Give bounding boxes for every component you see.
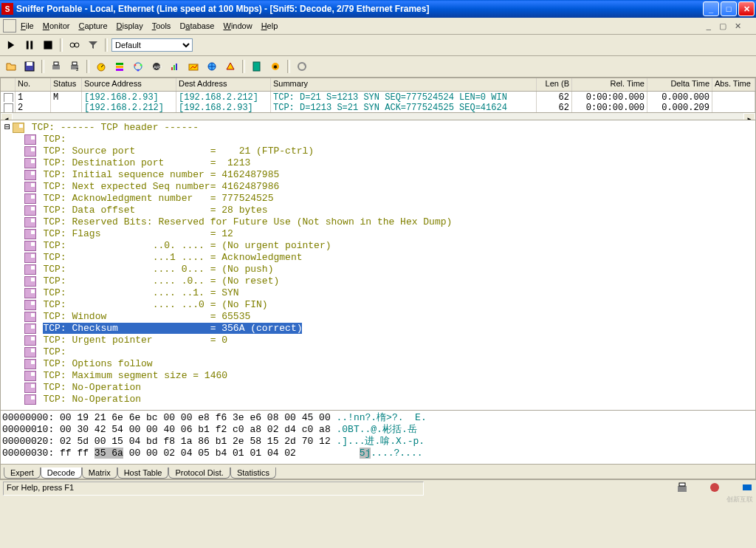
decode-line[interactable]: TCP: Maximum segment size = 1460	[1, 370, 755, 382]
art-button[interactable]: ART	[148, 58, 165, 75]
dashboard-button[interactable]	[93, 58, 109, 75]
scroll-right-arrow[interactable]: ►	[743, 113, 755, 120]
decode-line[interactable]: ⊟ TCP: ------ TCP header ------	[1, 122, 755, 134]
smart-button[interactable]: ✱	[267, 58, 284, 75]
tab-protocol-dist-[interactable]: Protocol Dist.	[168, 467, 230, 479]
menu-display[interactable]: Display	[117, 21, 143, 30]
filter-combo[interactable]: Default	[111, 38, 193, 52]
tab-host-table[interactable]: Host Table	[117, 467, 169, 479]
menu-database[interactable]: Database	[179, 21, 214, 30]
pause-button[interactable]	[21, 37, 38, 53]
menu-monitor[interactable]: Monitor	[43, 21, 70, 30]
decode-line[interactable]: TCP:	[1, 134, 755, 145]
decode-line[interactable]: TCP: ...1 .... = Acknowledgment	[1, 252, 755, 264]
svg-rect-1	[30, 41, 32, 49]
status-text: For Help, press F1	[3, 482, 424, 496]
history-button[interactable]	[185, 58, 202, 75]
binoculars-button[interactable]	[66, 37, 83, 53]
decode-line[interactable]: TCP: Urgent pointer = 0	[1, 335, 755, 346]
svg-rect-31	[678, 486, 687, 492]
decode-line[interactable]: TCP:	[1, 346, 755, 358]
maximize-button[interactable]: □	[721, 1, 737, 16]
status-bar: For Help, press F1 创新互联	[0, 479, 756, 513]
svg-rect-14	[116, 66, 123, 68]
window-title: Sniffer Portable - Local, Ethernet (Line…	[16, 4, 703, 14]
svg-rect-13	[116, 63, 123, 65]
refresh-button[interactable]	[294, 58, 310, 75]
decode-line[interactable]: TCP: .... 0... = (No push)	[1, 264, 755, 275]
menu-help[interactable]: Help	[261, 21, 278, 30]
decode-line[interactable]: TCP: .... .0.. = (No reset)	[1, 275, 755, 287]
watermark-logo: 创新互联	[694, 495, 753, 511]
hex-dump[interactable]: 00000000: 00 19 21 6e 6e bc 00 00 e8 f6 …	[0, 411, 756, 465]
svg-point-19	[137, 69, 140, 72]
minimize-button[interactable]: _	[703, 1, 719, 16]
close-button[interactable]: ✕	[738, 1, 755, 16]
hex-line[interactable]: 00000020: 02 5d 00 15 04 bd f8 1a 86 b1 …	[2, 436, 754, 448]
decode-tree[interactable]: ⊟ TCP: ------ TCP header ------ TCP: TCP…	[0, 120, 756, 411]
menu-tools[interactable]: Tools	[152, 21, 171, 30]
window-titlebar: S Sniffer Portable - Local, Ethernet (Li…	[0, 0, 756, 18]
toolbar-2: 2 ART ✱	[0, 56, 756, 78]
horizontal-scrollbar[interactable]: ◄ ►	[1, 112, 755, 120]
table-row[interactable]: 2[192.168.2.212][192.168.2.93]TCP: D=121…	[1, 102, 755, 112]
svg-rect-2	[44, 41, 52, 49]
decode-line[interactable]: TCP: Next expected Seq number= 416248798…	[1, 181, 755, 193]
app-icon: S	[1, 3, 13, 15]
tab-matrix[interactable]: Matrix	[82, 467, 117, 479]
svg-rect-0	[27, 41, 29, 49]
packet-list-header: No. Status Source Address Dest Address S…	[1, 78, 755, 92]
alarm-button[interactable]	[222, 58, 238, 75]
protocol-dist-button[interactable]	[167, 58, 183, 75]
svg-point-17	[134, 64, 137, 66]
hex-line[interactable]: 00000010: 00 30 42 54 00 00 40 06 b1 f2 …	[2, 424, 754, 436]
play-button[interactable]	[3, 37, 19, 53]
menu-file[interactable]: File	[21, 21, 34, 30]
print-range-button[interactable]: 2	[66, 58, 83, 75]
print-button[interactable]	[48, 58, 64, 75]
tab-expert[interactable]: Expert	[4, 467, 41, 479]
svg-rect-22	[171, 67, 173, 70]
host-table-button[interactable]	[111, 58, 128, 75]
decode-line[interactable]: TCP: ..0. .... = (No urgent pointer)	[1, 240, 755, 252]
save-button[interactable]	[21, 58, 38, 75]
packet-list[interactable]: No. Status Source Address Dest Address S…	[0, 78, 756, 120]
table-row[interactable]: 1M[192.168.2.93][192.168.2.212]TCP: D=21…	[1, 92, 755, 102]
hex-line[interactable]: 00000030: ff ff 35 6a 00 00 02 04 05 b4 …	[2, 448, 754, 459]
decode-line[interactable]: TCP: .... ...0 = (No FIN)	[1, 299, 755, 311]
decode-line[interactable]: TCP: Checksum = 356A (correct)	[1, 323, 755, 335]
scroll-left-arrow[interactable]: ◄	[1, 113, 13, 120]
global-stats-button[interactable]	[204, 58, 220, 75]
svg-rect-6	[27, 62, 32, 66]
mdi-system-icon[interactable]	[3, 19, 16, 32]
tab-statistics[interactable]: Statistics	[230, 467, 276, 479]
matrix-button[interactable]	[130, 58, 146, 75]
status-icon-3	[741, 482, 753, 493]
decode-line[interactable]: TCP: Source port = 21 (FTP-ctrl)	[1, 145, 755, 157]
svg-text:✱: ✱	[273, 64, 278, 69]
open-button[interactable]	[3, 58, 19, 75]
decode-line[interactable]: TCP: Data offset = 28 bytes	[1, 205, 755, 216]
decode-line[interactable]: TCP: Flags = 12	[1, 228, 755, 240]
decode-line[interactable]: TCP: Window = 65535	[1, 311, 755, 323]
decode-line[interactable]: TCP: No-Operation	[1, 394, 755, 405]
status-icon-2	[709, 482, 721, 493]
define-filter-button[interactable]	[85, 37, 101, 53]
tab-decode[interactable]: Decode	[41, 467, 82, 479]
menu-capture[interactable]: Capture	[78, 21, 107, 30]
decode-line[interactable]: TCP: Acknowledgment number = 777524525	[1, 193, 755, 205]
decode-line[interactable]: TCP: Reserved Bits: Reserved for Future …	[1, 216, 755, 228]
decode-line[interactable]: TCP: Initial sequence number = 416248798…	[1, 169, 755, 181]
decode-line[interactable]: TCP: No-Operation	[1, 382, 755, 394]
decode-line[interactable]: TCP: .... ..1. = SYN	[1, 287, 755, 299]
stop-button[interactable]	[40, 37, 56, 53]
menu-window[interactable]: Window	[223, 21, 252, 30]
mdi-window-controls[interactable]: _ ▢ ✕	[707, 21, 744, 31]
decode-line[interactable]: TCP: Options follow	[1, 358, 755, 370]
menu-bar: File Monitor Capture Display Tools Datab…	[0, 18, 756, 35]
svg-rect-32	[679, 483, 685, 486]
toolbar-1: Default	[0, 35, 756, 56]
decode-line[interactable]: TCP: Destination port = 1213	[1, 157, 755, 169]
address-book-button[interactable]	[249, 58, 265, 75]
hex-line[interactable]: 00000000: 00 19 21 6e 6e bc 00 00 e8 f6 …	[2, 412, 754, 424]
